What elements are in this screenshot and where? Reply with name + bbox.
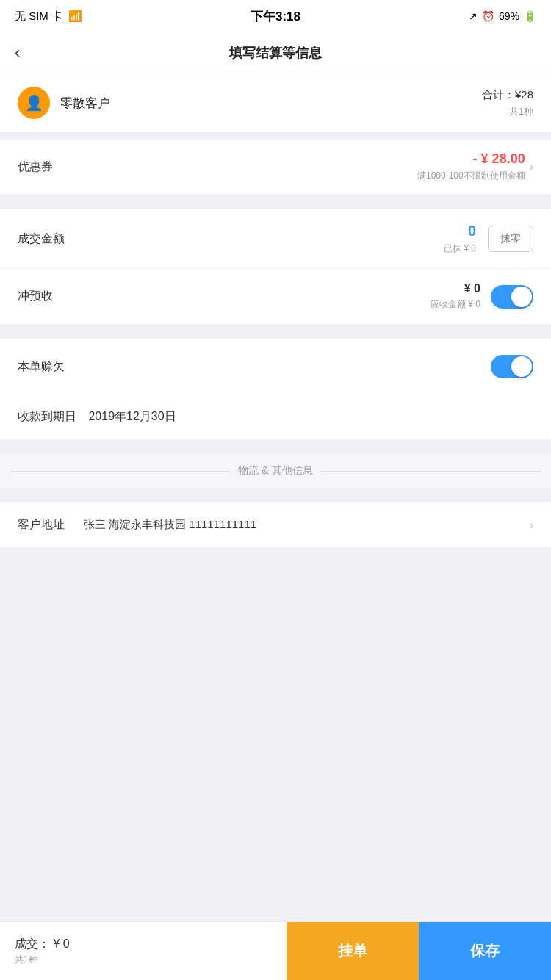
logistics-section: 物流 & 其他信息 [0, 454, 551, 488]
customer-row: 👤 零散客户 合计：¥28 共1种 [0, 73, 551, 132]
address-section: 客户地址 张三 海淀永丰科技园 11111111111 › [0, 502, 551, 547]
page-title: 填写结算等信息 [229, 44, 322, 62]
bottom-summary: 成交： ¥ 0 共1种 [0, 937, 287, 966]
round-zero-button[interactable]: 抹零 [488, 226, 533, 252]
transaction-amount-value[interactable]: 0 [444, 223, 476, 239]
alarm-icon: ⏰ [482, 10, 494, 22]
back-button[interactable]: ‹ [15, 43, 20, 62]
debt-label: 本单赊欠 [18, 359, 65, 375]
divider-1 [0, 202, 551, 209]
battery-text: 69% [499, 10, 519, 22]
transaction-amount-label: 成交金额 [18, 231, 65, 247]
precollect-value: ¥ 0 [431, 282, 480, 295]
debt-toggle-knob [511, 356, 532, 377]
customer-section: 👤 零散客户 合计：¥28 共1种 [0, 73, 551, 132]
date-value[interactable]: 2019年12月30日 [88, 410, 176, 422]
battery-icon: 🔋 [524, 10, 536, 22]
customer-total: 合计：¥28 [482, 88, 533, 102]
customer-total-area: 合计：¥28 共1种 [482, 88, 533, 118]
nav-bar: ‹ 填写结算等信息 [0, 32, 551, 73]
toggle-knob [511, 287, 532, 307]
status-time: 下午3:18 [251, 8, 300, 25]
logistics-header: 物流 & 其他信息 [0, 454, 551, 488]
logistics-line-left [10, 471, 231, 472]
amount-section: 成交金额 0 已抹 ¥ 0 抹零 冲预收 ¥ 0 应收金额 ¥ 0 [0, 209, 551, 324]
coupon-detail: - ¥ 28.00 满1000-100不限制使用金额 [417, 151, 525, 182]
location-icon: ↗ [469, 10, 478, 22]
wifi-icon: 📶 [68, 10, 82, 23]
debt-section: 本单赊欠 收款到期日 2019年12月30日 [0, 339, 551, 439]
customer-info: 👤 零散客户 [18, 87, 110, 119]
coupon-amount: - ¥ 28.00 [417, 151, 525, 167]
transaction-amount-right: 0 已抹 ¥ 0 [444, 223, 476, 255]
coupon-right: - ¥ 28.00 满1000-100不限制使用金额 › [417, 151, 533, 182]
divider-4 [0, 495, 551, 502]
coupon-desc: 满1000-100不限制使用金额 [417, 170, 525, 182]
bottom-count-label: 共1种 [15, 954, 272, 966]
coupon-label: 优惠券 [18, 159, 53, 175]
avatar: 👤 [18, 87, 50, 119]
pre-collect-row: 冲预收 ¥ 0 应收金额 ¥ 0 [0, 269, 551, 324]
divider-2 [0, 331, 551, 339]
address-label: 客户地址 [18, 517, 76, 533]
address-value: 张三 海淀永丰科技园 11111111111 [84, 518, 530, 532]
date-row: 收款到期日 2019年12月30日 [0, 394, 551, 439]
status-right: ↗ ⏰ 69% 🔋 [469, 10, 536, 22]
coupon-row[interactable]: 优惠券 - ¥ 28.00 满1000-100不限制使用金额 › [0, 140, 551, 195]
precollect-toggle[interactable] [491, 285, 533, 309]
pending-button[interactable]: 挂单 [287, 922, 419, 981]
divider-3 [0, 447, 551, 454]
customer-name: 零散客户 [60, 95, 110, 112]
save-button[interactable]: 保存 [419, 922, 551, 981]
bottom-bar: 成交： ¥ 0 共1种 挂单 保存 [0, 921, 551, 980]
transaction-amount-row: 成交金额 0 已抹 ¥ 0 抹零 [0, 209, 551, 269]
avatar-icon: 👤 [25, 94, 43, 112]
precollect-right: ¥ 0 应收金额 ¥ 0 [431, 282, 533, 311]
precollect-amounts: ¥ 0 应收金额 ¥ 0 [431, 282, 480, 311]
precollect-label: 冲预收 [18, 289, 53, 304]
chevron-right-icon-2: › [530, 519, 533, 532]
logistics-line-right [320, 471, 541, 472]
chevron-right-icon: › [530, 160, 533, 173]
coupon-section: 优惠券 - ¥ 28.00 满1000-100不限制使用金额 › [0, 140, 551, 195]
precollect-sub: 应收金额 ¥ 0 [431, 298, 480, 311]
date-label: 收款到期日 [18, 410, 76, 422]
status-bar: 无 SIM 卡 📶 下午3:18 ↗ ⏰ 69% 🔋 [0, 0, 551, 32]
debt-row: 本单赊欠 [0, 339, 551, 394]
no-sim-text: 无 SIM 卡 [15, 10, 62, 24]
status-left: 无 SIM 卡 📶 [15, 10, 82, 24]
address-chevron: › [530, 519, 533, 532]
transaction-amount-sub: 已抹 ¥ 0 [444, 242, 476, 255]
address-row[interactable]: 客户地址 张三 海淀永丰科技园 11111111111 › [0, 502, 551, 547]
debt-toggle[interactable] [491, 355, 533, 378]
customer-count: 共1种 [482, 105, 533, 118]
bottom-spacer [0, 555, 551, 621]
logistics-label: 物流 & 其他信息 [238, 464, 312, 478]
bottom-deal-label: 成交： ¥ 0 [15, 937, 272, 952]
